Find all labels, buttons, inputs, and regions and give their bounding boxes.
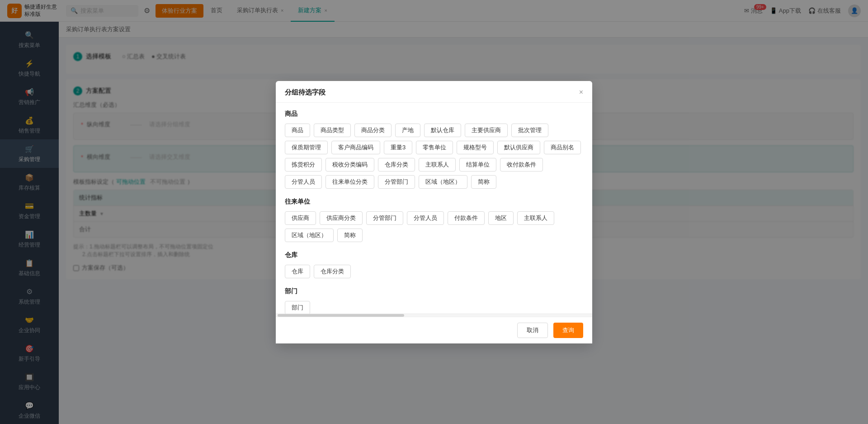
field-tag-goods-contact[interactable]: 主联系人	[419, 158, 456, 172]
field-tag-goods-item[interactable]: 商品	[285, 124, 310, 137]
section-warehouse: 仓库 仓库 仓库分类	[285, 251, 583, 278]
field-tag-partner-dept[interactable]: 分管部门	[366, 211, 403, 225]
field-tag-warehouse-category[interactable]: 仓库分类	[314, 265, 351, 278]
dept-field-tags: 部门	[285, 301, 583, 314]
section-goods-title: 商品	[285, 110, 583, 118]
cancel-button[interactable]: 取消	[517, 323, 548, 338]
section-goods: 商品 商品 商品类型 商品分类 产地 默认仓库 主要供应商 批次管理 保质期管理…	[285, 110, 583, 189]
field-tag-goods-customer-code[interactable]: 客户商品编码	[331, 141, 380, 154]
section-partners-title: 往来单位	[285, 198, 583, 206]
field-tag-goods-warehouse-category[interactable]: 仓库分类	[378, 158, 415, 172]
warehouse-field-tags: 仓库 仓库分类	[285, 265, 583, 278]
field-tag-goods-spec[interactable]: 规格型号	[457, 141, 494, 154]
field-tag-goods-default-warehouse[interactable]: 默认仓库	[424, 124, 461, 137]
field-tag-partner-manager[interactable]: 分管人员	[407, 211, 444, 225]
field-tag-goods-manager[interactable]: 分管人员	[285, 175, 322, 189]
field-tag-goods-tax-code[interactable]: 税收分类编码	[326, 158, 374, 172]
field-select-modal: 分组待选字段 × 商品 商品 商品类型 商品分类 产地 默认仓库 主要供应商 批…	[276, 81, 592, 343]
field-tag-partner-region[interactable]: 区域（地区）	[285, 229, 334, 242]
field-tag-goods-settlement-unit[interactable]: 结算单位	[459, 158, 496, 172]
field-tag-goods-region[interactable]: 区域（地区）	[419, 175, 467, 189]
section-dept-title: 部门	[285, 287, 583, 295]
field-tag-goods-type[interactable]: 商品类型	[314, 124, 351, 137]
field-tag-goods-shelf-life[interactable]: 保质期管理	[285, 141, 328, 154]
field-tag-goods-batch[interactable]: 批次管理	[511, 124, 548, 137]
field-tag-payment-terms[interactable]: 付款条件	[448, 211, 485, 225]
field-tag-goods-default-supplier[interactable]: 默认供应商	[497, 141, 540, 154]
modal-close-btn[interactable]: ×	[579, 88, 583, 96]
modal-header: 分组待选字段 ×	[276, 81, 592, 103]
section-dept: 部门 部门	[285, 287, 583, 314]
field-tag-dept[interactable]: 部门	[285, 301, 310, 314]
field-tag-warehouse[interactable]: 仓库	[285, 265, 310, 278]
field-tag-goods-dept[interactable]: 分管部门	[378, 175, 415, 189]
modal-overlay: 分组待选字段 × 商品 商品 商品类型 商品分类 产地 默认仓库 主要供应商 批…	[0, 0, 868, 424]
field-tag-goods-retail-unit[interactable]: 零售单位	[416, 141, 453, 154]
modal-footer: 取消 查询	[276, 317, 592, 343]
section-warehouse-title: 仓库	[285, 251, 583, 259]
modal-horizontal-scrollbar[interactable]	[276, 314, 592, 317]
field-tag-goods-origin[interactable]: 产地	[395, 124, 420, 137]
field-tag-main-contact[interactable]: 主联系人	[517, 211, 554, 225]
partners-field-tags: 供应商 供应商分类 分管部门 分管人员 付款条件 地区 主联系人 区域（地区） …	[285, 211, 583, 242]
field-tag-goods-short-name[interactable]: 简称	[471, 175, 496, 189]
goods-field-tags: 商品 商品类型 商品分类 产地 默认仓库 主要供应商 批次管理 保质期管理 客户…	[285, 124, 583, 189]
field-tag-supplier[interactable]: 供应商	[285, 211, 316, 225]
field-tag-goods-alias[interactable]: 商品别名	[544, 141, 581, 154]
field-tag-goods-category[interactable]: 商品分类	[354, 124, 392, 137]
field-tag-goods-main-supplier[interactable]: 主要供应商	[465, 124, 508, 137]
field-tag-goods-payment-terms[interactable]: 收付款条件	[500, 158, 543, 172]
field-tag-goods-partner-category[interactable]: 往来单位分类	[326, 175, 374, 189]
section-partners: 往来单位 供应商 供应商分类 分管部门 分管人员 付款条件 地区 主联系人 区域…	[285, 198, 583, 242]
modal-body[interactable]: 商品 商品 商品类型 商品分类 产地 默认仓库 主要供应商 批次管理 保质期管理…	[276, 103, 592, 314]
modal-title: 分组待选字段	[285, 88, 326, 97]
field-tag-goods-weight[interactable]: 重量3	[384, 141, 412, 154]
field-tag-supplier-category[interactable]: 供应商分类	[320, 211, 363, 225]
field-tag-area[interactable]: 地区	[488, 211, 514, 225]
confirm-button[interactable]: 查询	[553, 323, 583, 338]
field-tag-partner-short-name[interactable]: 简称	[337, 229, 363, 242]
field-tag-goods-points[interactable]: 拣货积分	[285, 158, 322, 172]
